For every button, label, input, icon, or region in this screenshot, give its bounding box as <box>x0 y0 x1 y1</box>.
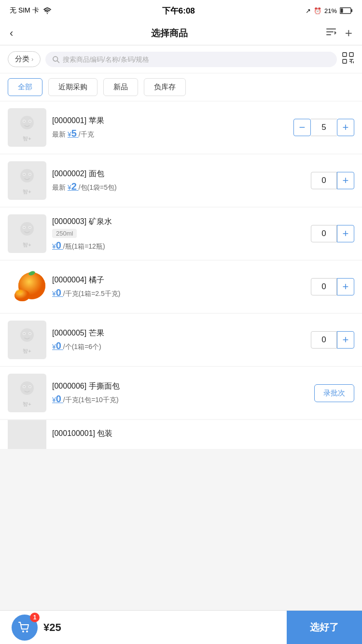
product-name: [0000006] 手撕面包 <box>52 381 308 392</box>
back-button[interactable]: ‹ <box>10 27 13 40</box>
product-price: ¥0 /个(1箱=6个) <box>52 340 305 351</box>
cart-badge: 1 <box>30 613 40 622</box>
svg-point-21 <box>29 120 31 122</box>
qty-control: + <box>311 225 354 242</box>
product-price: 最新 ¥5 /千克 <box>52 128 288 139</box>
svg-point-22 <box>20 169 34 182</box>
qty-input[interactable] <box>311 331 337 349</box>
product-item-partial: [000100001] 包装 <box>0 420 362 449</box>
qty-input[interactable] <box>311 278 337 295</box>
svg-point-47 <box>22 630 24 632</box>
product-spec: 250ml <box>52 229 77 238</box>
svg-rect-2 <box>351 9 352 12</box>
qty-increase-button[interactable]: + <box>337 278 354 295</box>
product-price: ¥0 /千克(1包=10千克) <box>52 393 308 405</box>
svg-marker-7 <box>334 31 336 35</box>
confirm-button[interactable]: 选好了 <box>287 611 362 644</box>
qty-increase-button[interactable]: + <box>337 331 354 349</box>
page-title: 选择商品 <box>151 27 188 40</box>
location-icon: ↗ <box>306 7 311 14</box>
alarm-icon: ⏰ <box>314 7 321 14</box>
batch-button[interactable]: 录批次 <box>314 384 354 402</box>
search-icon <box>52 56 59 63</box>
category-button[interactable]: 分类 › <box>8 51 41 67</box>
product-item: [0000004] 橘子 ¥0 /千克(1箱=2.5千克) + <box>0 261 362 313</box>
svg-point-17 <box>20 116 34 129</box>
svg-rect-11 <box>349 53 353 56</box>
product-info: [0000005] 芒果 ¥0 /个(1箱=6个) <box>52 328 305 351</box>
svg-point-37 <box>20 328 34 342</box>
qty-increase-button[interactable]: + <box>337 225 354 242</box>
product-info: [0000006] 手撕面包 ¥0 /千克(1包=10千克) <box>52 381 308 405</box>
filter-icon[interactable] <box>326 27 336 40</box>
product-item: 智+ [0000002] 面包 最新 ¥2 /包(1袋=5包) + <box>0 154 362 207</box>
tab-new[interactable]: 新品 <box>103 78 138 96</box>
filter-row: 分类 › <box>0 45 362 73</box>
product-thumbnail <box>8 267 46 306</box>
product-info: [0000002] 面包 最新 ¥2 /包(1袋=5包) <box>52 169 305 192</box>
qty-decrease-button[interactable]: − <box>293 119 311 136</box>
product-name: [0000001] 苹果 <box>52 116 288 126</box>
product-thumbnail: 智+ <box>8 321 46 359</box>
chevron-icon: › <box>31 56 33 63</box>
battery-label: 21% <box>324 7 337 14</box>
svg-point-25 <box>24 173 25 175</box>
status-bar: 无 SIM 卡 下午6:08 ↗ ⏰ 21% <box>0 0 362 21</box>
svg-rect-3 <box>340 9 343 13</box>
svg-point-48 <box>26 630 28 632</box>
category-label: 分类 <box>15 55 29 64</box>
status-right: ↗ ⏰ 21% <box>306 7 352 14</box>
svg-point-41 <box>29 333 31 334</box>
tab-row: 全部 近期采购 新品 负库存 <box>0 73 362 101</box>
tab-all[interactable]: 全部 <box>8 78 42 96</box>
status-left: 无 SIM 卡 <box>10 6 52 15</box>
svg-point-42 <box>20 381 34 395</box>
product-name: [0000004] 橘子 <box>52 275 305 285</box>
product-info: [0000004] 橘子 ¥0 /千克(1箱=2.5千克) <box>52 275 305 298</box>
sim-label: 无 SIM 卡 <box>10 6 39 15</box>
tab-negative[interactable]: 负库存 <box>144 78 186 96</box>
svg-point-20 <box>24 120 25 122</box>
product-thumbnail: 智+ <box>8 374 46 412</box>
wifi-icon <box>43 7 52 14</box>
battery-icon <box>340 7 352 14</box>
qty-input[interactable] <box>311 172 337 189</box>
qty-input[interactable] <box>311 225 337 242</box>
product-info: [000100001] 包装 <box>52 429 354 441</box>
svg-line-9 <box>57 60 59 62</box>
qty-increase-button[interactable]: + <box>337 172 354 189</box>
svg-point-30 <box>24 226 25 228</box>
qty-input[interactable] <box>311 119 337 136</box>
product-thumbnail <box>8 420 46 449</box>
tab-recent[interactable]: 近期采购 <box>48 78 97 96</box>
product-thumbnail: 智+ <box>8 161 46 200</box>
product-thumbnail: 智+ <box>8 214 46 253</box>
product-price: ¥0 /瓶(1箱=12瓶) <box>52 240 305 251</box>
product-info: [0000003] 矿泉水 250ml ¥0 /瓶(1箱=12瓶) <box>52 217 305 251</box>
product-name: [0000002] 面包 <box>52 169 305 179</box>
cart-total: ¥25 <box>43 621 61 634</box>
cart-area: 1 ¥25 <box>0 615 287 641</box>
qty-control: + <box>311 172 354 189</box>
add-button[interactable]: + <box>345 26 352 41</box>
product-item: 智+ [0000001] 苹果 最新 ¥5 /千克 − + <box>0 101 362 154</box>
svg-rect-12 <box>343 59 347 63</box>
qty-control: + <box>311 278 354 295</box>
product-info: [0000001] 苹果 最新 ¥5 /千克 <box>52 116 288 139</box>
qty-increase-button[interactable]: + <box>337 119 354 136</box>
cart-icon-wrap: 1 <box>12 615 38 641</box>
product-name: [000100001] 包装 <box>52 429 354 439</box>
svg-point-26 <box>29 173 31 175</box>
product-item: 智+ [0000003] 矿泉水 250ml ¥0 /瓶(1箱=12瓶) + <box>0 208 362 260</box>
cart-icon <box>18 621 31 634</box>
search-input[interactable] <box>63 56 330 63</box>
svg-point-0 <box>47 13 48 14</box>
product-item: 智+ [0000005] 芒果 ¥0 /个(1箱=6个) + <box>0 314 362 366</box>
svg-point-46 <box>29 386 31 387</box>
product-name: [0000005] 芒果 <box>52 328 305 338</box>
product-price: 最新 ¥2 /包(1袋=5包) <box>52 181 305 192</box>
svg-point-45 <box>24 386 25 387</box>
svg-rect-10 <box>343 53 347 56</box>
product-item: 智+ [0000006] 手撕面包 ¥0 /千克(1包=10千克) 录批次 <box>0 367 362 419</box>
scan-button[interactable] <box>342 52 354 67</box>
